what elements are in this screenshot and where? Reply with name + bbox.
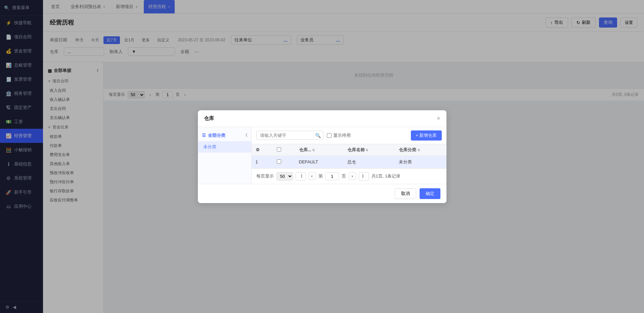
dialog-right-panel: 🔍 显示停用 + 新增仓库 ⚙ 仓库...	[252, 127, 446, 184]
search-wrapper: 🔍	[256, 131, 324, 140]
search-icon[interactable]: 🔍	[315, 133, 321, 138]
warehouse-dialog: 仓库 × ☰ 全部分类 《 未分类 🔍	[198, 110, 446, 203]
table-row[interactable]: 1 DEFAULT 总仓 未分类	[252, 156, 446, 168]
dialog-category-未分类[interactable]: 未分类	[198, 141, 251, 153]
dialog-left-panel: ☰ 全部分类 《 未分类	[198, 127, 252, 184]
dialog-page-unit: 页	[342, 173, 346, 179]
row-checkbox[interactable]	[273, 156, 295, 168]
select-all-checkbox[interactable]	[277, 147, 281, 152]
dialog-toolbar: 🔍 显示停用 + 新增仓库	[252, 127, 446, 144]
all-category-label: 全部分类	[208, 132, 225, 139]
th-code[interactable]: 仓库...	[295, 144, 343, 156]
table-header-row: ⚙ 仓库... 仓库名称 仓库分类	[252, 144, 446, 156]
dialog-page-input[interactable]	[326, 172, 339, 180]
dialog-page-label: 第	[318, 173, 323, 179]
dialog-total-info: 共1页, 1条记录	[372, 173, 401, 179]
dialog-footer: 每页显示 501020 《 ‹ 第 页 › 》 共1页, 1条记录	[252, 168, 446, 184]
dialog-last-btn[interactable]: 》	[359, 172, 369, 181]
warehouse-search-input[interactable]	[256, 131, 324, 140]
cancel-button[interactable]: 取消	[395, 188, 416, 199]
dialog-first-btn[interactable]: 《	[296, 172, 306, 181]
dialog-title: 仓库	[204, 115, 214, 122]
dialog-table-area: ⚙ 仓库... 仓库名称 仓库分类 1 DEFAULT 总仓 未分类	[252, 144, 446, 168]
dialog-overlay: 仓库 × ☰ 全部分类 《 未分类 🔍	[0, 0, 644, 313]
row-category: 未分类	[395, 156, 446, 168]
show-disabled-label[interactable]: 显示停用	[327, 132, 351, 139]
dialog-action-btns: 取消 确定	[198, 184, 446, 203]
dialog-per-page-label: 每页显示	[256, 173, 274, 179]
dialog-all-category[interactable]: ☰ 全部分类 《	[198, 130, 251, 141]
left-collapse-icon[interactable]: 《	[244, 133, 247, 138]
warehouse-table: ⚙ 仓库... 仓库名称 仓库分类 1 DEFAULT 总仓 未分类	[252, 144, 446, 168]
add-warehouse-btn[interactable]: + 新增仓库	[411, 130, 441, 141]
row-select-checkbox[interactable]	[277, 159, 281, 164]
row-name: 总仓	[343, 156, 395, 168]
row-code: DEFAULT	[295, 156, 343, 168]
dialog-next-btn[interactable]: ›	[349, 172, 356, 180]
th-settings: ⚙	[252, 144, 273, 156]
gear-icon: ⚙	[256, 147, 260, 152]
dialog-close-btn[interactable]: ×	[437, 115, 440, 122]
dialog-body: ☰ 全部分类 《 未分类 🔍 显示停用 + 新增仓库	[198, 127, 446, 184]
dialog-page-size-select[interactable]: 501020	[276, 172, 293, 181]
row-num: 1	[252, 156, 273, 168]
dialog-header: 仓库 ×	[198, 110, 446, 127]
all-category-icon: ☰	[202, 133, 206, 138]
th-name[interactable]: 仓库名称	[343, 144, 395, 156]
th-checkbox	[273, 144, 295, 156]
show-disabled-checkbox[interactable]	[327, 133, 332, 138]
dialog-prev-btn[interactable]: ‹	[308, 172, 316, 180]
confirm-button[interactable]: 确定	[420, 188, 440, 199]
th-category[interactable]: 仓库分类	[395, 144, 446, 156]
